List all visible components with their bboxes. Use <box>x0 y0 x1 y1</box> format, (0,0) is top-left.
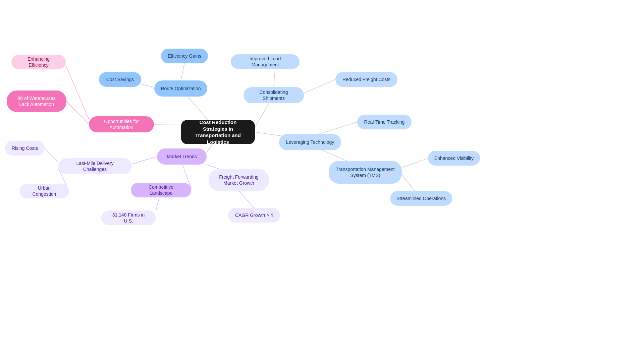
cost-savings-node: Cost Savings <box>99 72 141 87</box>
consolidating-shipments-node: Consolidating Shipments <box>244 87 304 103</box>
cagr-growth-node: CAGR Growth > 4 <box>228 208 280 223</box>
enhanced-visibility-node: Enhanced Visibility <box>428 151 480 166</box>
real-time-tracking-node: Real-Time Tracking <box>357 115 412 129</box>
svg-line-15 <box>131 157 157 164</box>
svg-line-7 <box>274 69 275 87</box>
tms-node: Transportation Management System (TMS) <box>329 161 402 184</box>
svg-line-5 <box>66 101 89 124</box>
improved-load-management-node: Improved Load Management <box>231 54 300 69</box>
enhancing-efficiency-node: Enhancing Efficiency <box>11 55 66 69</box>
svg-line-16 <box>45 148 58 162</box>
leveraging-technology-node: Leveraging Technology <box>279 134 341 150</box>
svg-line-3 <box>154 124 181 124</box>
svg-line-21 <box>239 191 254 208</box>
urban-congestion-node: Urban Congestion <box>19 184 69 198</box>
svg-line-1 <box>181 63 184 80</box>
firms-us-node: 31,140 Firms in U.S. <box>101 210 156 225</box>
svg-line-8 <box>304 79 335 93</box>
efficiency-gains-node: Efficiency Gains <box>161 49 208 63</box>
streamlined-operations-node: Streamlined Operations <box>390 191 452 206</box>
center-node: Cost Reduction Strategies in Transportat… <box>181 120 255 144</box>
market-trends-node: Market Trends <box>157 148 207 165</box>
competitive-landscape-node: Competitive Landscape <box>131 183 191 197</box>
route-optimization-node: Route Optimization <box>154 80 207 97</box>
rising-costs-node: Rising Costs <box>5 141 45 156</box>
warehouses-lack-automation-node: 80 of Warehouses Lack Automation <box>7 90 66 112</box>
last-mile-delivery-node: Last-Mile Delivery Challenges <box>58 158 131 174</box>
svg-line-4 <box>66 65 89 119</box>
freight-market-growth-node: Freight Forwarding Market Growth <box>209 169 269 191</box>
reduced-freight-costs-node: Reduced Freight Costs <box>335 72 397 87</box>
opportunities-automation-node: Opportunities for Automation <box>89 116 154 132</box>
svg-line-12 <box>402 158 428 168</box>
